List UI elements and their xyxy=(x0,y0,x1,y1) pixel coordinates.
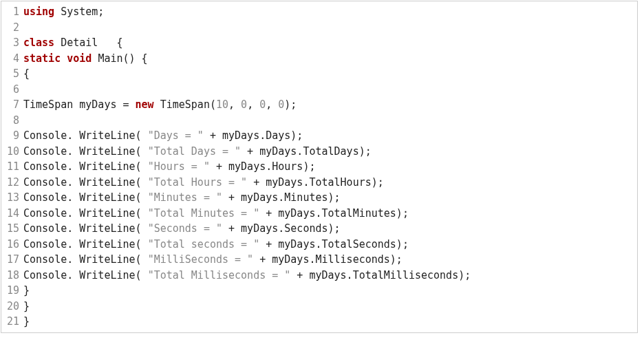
token-str: "MilliSeconds = " xyxy=(148,253,254,266)
token-plain: { xyxy=(23,67,30,80)
token-str: "Total Minutes = " xyxy=(148,207,260,220)
token-kw: new xyxy=(136,98,160,111)
token-num: 0 xyxy=(278,98,284,111)
line-code: } xyxy=(23,299,637,315)
line-number: 19 xyxy=(1,283,23,299)
token-plain: + myDays.TotalDays); xyxy=(241,145,372,158)
line-number: 6 xyxy=(1,82,23,98)
line-number: 4 xyxy=(1,51,23,67)
line-code: using System; xyxy=(23,4,637,20)
line-code: class Detail { xyxy=(23,35,637,51)
token-plain: Console. WriteLine( xyxy=(23,129,148,142)
token-plain: Console. WriteLine( xyxy=(23,160,148,173)
line-code: Console. WriteLine( "Minutes = " + myDay… xyxy=(23,190,637,206)
line-code: { xyxy=(23,66,637,82)
code-line: 19} xyxy=(1,283,637,299)
token-num: 10 xyxy=(216,98,228,111)
token-plain: Console. WriteLine( xyxy=(23,222,148,235)
token-plain: Console. WriteLine( xyxy=(23,253,148,266)
code-line: 17Console. WriteLine( "MilliSeconds = " … xyxy=(1,252,637,268)
line-number: 13 xyxy=(1,190,23,206)
code-line: 16Console. WriteLine( "Total seconds = "… xyxy=(1,237,637,253)
line-code xyxy=(23,82,637,98)
code-line: 18Console. WriteLine( "Total Millisecond… xyxy=(1,268,637,284)
code-block: 1using System;23class Detail {4static vo… xyxy=(1,1,638,333)
line-number: 18 xyxy=(1,268,23,284)
line-code: } xyxy=(23,283,637,299)
line-number: 5 xyxy=(1,66,23,82)
line-number: 15 xyxy=(1,221,23,237)
line-code: Console. WriteLine( "MilliSeconds = " + … xyxy=(23,252,637,268)
line-code: Console. WriteLine( "Total Days = " + my… xyxy=(23,144,637,160)
token-num: 0 xyxy=(241,98,247,111)
line-number: 3 xyxy=(1,35,23,51)
token-plain: + myDays.TotalSeconds); xyxy=(259,238,409,251)
line-number: 21 xyxy=(1,314,23,330)
token-str: "Hours = " xyxy=(148,160,210,173)
token-plain: + myDays.Minutes); xyxy=(222,191,341,204)
token-str: "Total Hours = " xyxy=(148,176,248,189)
line-code: static void Main() { xyxy=(23,51,637,67)
line-code: Console. WriteLine( "Days = " + myDays.D… xyxy=(23,128,637,144)
line-code: Console. WriteLine( "Total Milliseconds … xyxy=(23,268,637,284)
line-number: 8 xyxy=(1,113,23,129)
line-number: 10 xyxy=(1,144,23,160)
line-code: Console. WriteLine( "Hours = " + myDays.… xyxy=(23,159,637,175)
line-number: 17 xyxy=(1,252,23,268)
token-plain: Console. WriteLine( xyxy=(23,145,148,158)
line-code: Console. WriteLine( "Seconds = " + myDay… xyxy=(23,221,637,237)
code-line: 12Console. WriteLine( "Total Hours = " +… xyxy=(1,175,637,191)
token-plain: , xyxy=(228,98,241,111)
line-number: 9 xyxy=(1,128,23,144)
token-str: "Total seconds = " xyxy=(148,238,260,251)
token-plain: ); xyxy=(284,98,297,111)
code-line: 21} xyxy=(1,314,637,330)
token-plain: System; xyxy=(61,6,104,18)
token-plain: Console. WriteLine( xyxy=(23,191,148,204)
code-line: 13Console. WriteLine( "Minutes = " + myD… xyxy=(1,190,637,206)
token-str: "Days = " xyxy=(148,129,204,142)
line-number: 2 xyxy=(1,20,23,36)
token-plain: + myDays.TotalHours); xyxy=(247,176,384,189)
code-line: 5{ xyxy=(1,66,637,82)
code-line: 10Console. WriteLine( "Total Days = " + … xyxy=(1,144,637,160)
line-code: Console. WriteLine( "Total seconds = " +… xyxy=(23,237,637,253)
code-line: 15Console. WriteLine( "Seconds = " + myD… xyxy=(1,221,637,237)
token-plain: + myDays.Milliseconds); xyxy=(253,253,402,266)
code-line: 1using System; xyxy=(1,4,637,20)
line-number: 14 xyxy=(1,206,23,222)
token-plain: Console. WriteLine( xyxy=(23,238,148,251)
token-plain: , xyxy=(266,98,278,111)
line-code: } xyxy=(23,314,637,330)
token-plain: TimeSpan myDays = xyxy=(23,98,136,111)
line-number: 1 xyxy=(1,4,23,20)
line-code: Console. WriteLine( "Total Hours = " + m… xyxy=(23,175,637,191)
line-number: 12 xyxy=(1,175,23,191)
token-kw: class xyxy=(23,36,61,49)
token-plain: Console. WriteLine( xyxy=(23,269,148,281)
token-plain: Main() { xyxy=(98,52,147,65)
token-plain: Detail { xyxy=(61,36,122,49)
token-plain: + myDays.Days); xyxy=(204,129,303,142)
line-code xyxy=(23,113,637,129)
line-number: 11 xyxy=(1,159,23,175)
line-number: 16 xyxy=(1,237,23,253)
token-plain: TimeSpan( xyxy=(160,98,216,111)
code-line: 2 xyxy=(1,20,637,36)
token-plain: + myDays.Hours); xyxy=(210,160,316,173)
token-plain: Console. WriteLine( xyxy=(23,176,148,189)
token-plain: Console. WriteLine( xyxy=(23,207,148,220)
code-line: 7TimeSpan myDays = new TimeSpan(10, 0, 0… xyxy=(1,97,637,113)
token-plain: } xyxy=(23,315,30,328)
token-str: "Seconds = " xyxy=(148,222,222,235)
token-plain: + myDays.TotalMilliseconds); xyxy=(290,269,471,281)
token-plain: , xyxy=(247,98,259,111)
line-number: 7 xyxy=(1,97,23,113)
token-str: "Minutes = " xyxy=(148,191,222,204)
token-plain: } xyxy=(23,284,30,297)
code-line: 20} xyxy=(1,299,637,315)
code-line: 4static void Main() { xyxy=(1,51,637,67)
line-code: Console. WriteLine( "Total Minutes = " +… xyxy=(23,206,637,222)
token-plain: + myDays.TotalMinutes); xyxy=(259,207,409,220)
token-plain: + myDays.Seconds); xyxy=(222,222,341,235)
